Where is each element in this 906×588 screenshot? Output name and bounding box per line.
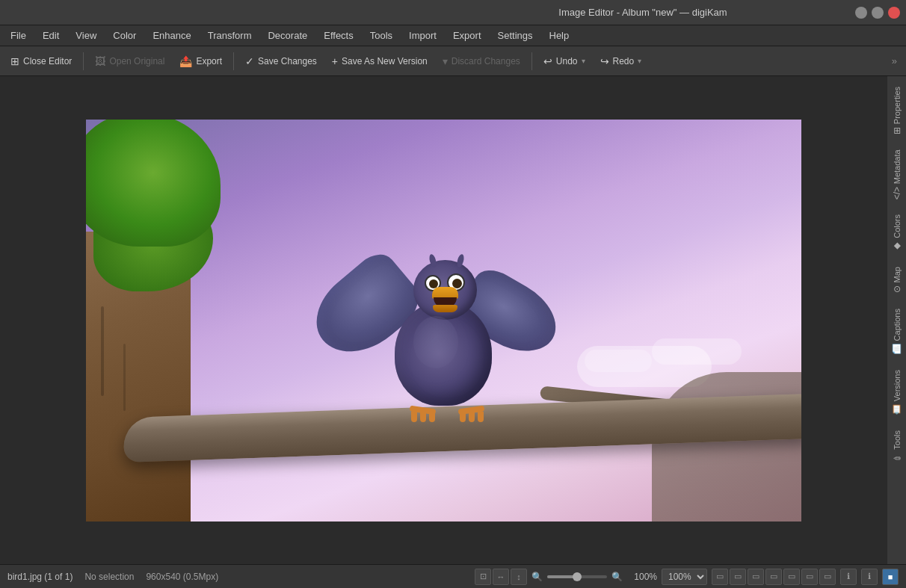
- panel-tab-colors[interactable]: ◆ Colors: [889, 207, 905, 259]
- menu-transform[interactable]: Transform: [200, 28, 259, 43]
- properties-icon: ⊞: [892, 127, 902, 134]
- panel-tab-versions-label: Versions: [893, 370, 902, 401]
- export-label: Export: [196, 56, 222, 66]
- save-new-version-icon: +: [332, 55, 338, 67]
- toe-right-2: [469, 412, 475, 422]
- panel-tab-tools-label: Tools: [893, 430, 902, 450]
- menu-settings[interactable]: Settings: [490, 28, 540, 43]
- redo-icon: ↪: [600, 55, 609, 67]
- toolbar-separator-1: [83, 52, 84, 70]
- crop-to-selection-button[interactable]: ⊡: [475, 569, 491, 585]
- bird-feet: [410, 407, 484, 428]
- image-container: [86, 120, 801, 522]
- close-editor-button[interactable]: ⊞ Close Editor: [4, 52, 78, 70]
- discard-changes-button[interactable]: ▾ Discard Changes: [437, 52, 526, 70]
- open-original-label: Open Original: [109, 56, 164, 66]
- ear-tuft-right: [456, 253, 465, 267]
- beak-bottom: [433, 305, 457, 312]
- trunk-texture-2: [123, 344, 126, 411]
- minimize-button[interactable]: [855, 7, 867, 19]
- open-original-icon: 🖼: [95, 55, 105, 67]
- save-changes-button[interactable]: ✓ Save Changes: [239, 52, 323, 70]
- crop-width-button[interactable]: ↔: [493, 569, 509, 585]
- menu-enhance[interactable]: Enhance: [145, 28, 198, 43]
- toe-left-2: [420, 412, 426, 422]
- title-bar: Image Editor - Album "new" — digiKam: [0, 0, 906, 25]
- undo-button[interactable]: ↩ Undo ▾: [537, 52, 591, 70]
- cloud-3: [585, 350, 652, 372]
- panel-tab-map[interactable]: ⊙ Map: [889, 259, 905, 300]
- panel-tab-metadata[interactable]: </> Metadata: [889, 142, 905, 207]
- redo-dropdown-arrow: ▾: [638, 57, 641, 65]
- info-button-1[interactable]: ℹ: [840, 569, 857, 585]
- toe-left-3: [429, 412, 435, 422]
- frame-view-5[interactable]: ▭: [783, 569, 800, 585]
- main-area: ⊞ Properties </> Metadata ◆ Colors ⊙ Map…: [0, 76, 906, 564]
- zoom-dropdown[interactable]: 100% 50% 200% Fit: [662, 569, 707, 585]
- panel-tab-tools[interactable]: ✏ Tools: [889, 423, 905, 471]
- tools-panel-icon: ✏: [892, 453, 902, 463]
- panel-tab-captions-label: Captions: [893, 309, 902, 341]
- map-icon: ⊙: [892, 286, 902, 294]
- close-button[interactable]: [888, 7, 900, 19]
- menu-edit[interactable]: Edit: [35, 28, 67, 43]
- frame-view-7[interactable]: ▭: [819, 569, 836, 585]
- color-swatch-button[interactable]: ■: [882, 569, 899, 585]
- redo-button[interactable]: ↪ Redo ▾: [594, 52, 648, 70]
- toolbar: ⊞ Close Editor 🖼 Open Original 📤 Export …: [0, 46, 906, 76]
- window-controls: [855, 7, 900, 19]
- menu-help[interactable]: Help: [542, 28, 577, 43]
- toolbar-separator-3: [531, 52, 532, 70]
- status-selection: No selection: [84, 572, 134, 582]
- frame-view-3[interactable]: ▭: [748, 569, 764, 585]
- panel-tab-captions[interactable]: 📄 Captions: [889, 301, 905, 362]
- menu-file[interactable]: File: [3, 28, 34, 43]
- zoom-out-icon[interactable]: 🔍: [531, 572, 543, 582]
- status-dimensions: 960x540 (0.5Mpx): [146, 572, 218, 582]
- discard-icon: ▾: [443, 55, 448, 67]
- export-button[interactable]: 📤 Export: [173, 52, 228, 70]
- metadata-icon: </>: [892, 187, 902, 199]
- menu-color[interactable]: Color: [105, 28, 144, 43]
- save-changes-label: Save Changes: [258, 56, 317, 66]
- panel-tab-properties[interactable]: ⊞ Properties: [889, 79, 905, 142]
- bird-scene: [86, 120, 801, 522]
- maximize-button[interactable]: [872, 7, 884, 19]
- frame-view-1[interactable]: ▭: [712, 569, 728, 585]
- frame-view-2[interactable]: ▭: [730, 569, 746, 585]
- crop-height-button[interactable]: ↕: [511, 569, 527, 585]
- undo-dropdown-arrow: ▾: [582, 57, 585, 65]
- menu-effects[interactable]: Effects: [316, 28, 361, 43]
- info-button-2[interactable]: ℹ: [861, 569, 878, 585]
- close-editor-label: Close Editor: [23, 56, 72, 66]
- status-bar: bird1.jpg (1 of 1) No selection 960x540 …: [0, 564, 906, 588]
- panel-tab-versions[interactable]: 📋 Versions: [889, 362, 905, 423]
- undo-icon: ↩: [543, 55, 552, 67]
- frame-view-6[interactable]: ▭: [801, 569, 818, 585]
- menu-export[interactable]: Export: [446, 28, 489, 43]
- toolbar-separator-2: [233, 52, 234, 70]
- save-as-new-version-label: Save As New Version: [342, 56, 428, 66]
- frame-view-4[interactable]: ▭: [765, 569, 782, 585]
- zoom-slider-thumb[interactable]: [573, 572, 582, 581]
- window-title: Image Editor - Album "new" — digiKam: [431, 7, 855, 18]
- discard-changes-dropdown[interactable]: ▾ Discard Changes: [437, 52, 526, 70]
- captions-icon: 📄: [892, 344, 902, 355]
- menu-view[interactable]: View: [68, 28, 104, 43]
- open-original-button[interactable]: 🖼 Open Original: [89, 52, 170, 70]
- redo-label: Redo: [613, 56, 635, 66]
- export-icon: 📤: [179, 55, 192, 67]
- toolbar-overflow[interactable]: »: [887, 52, 902, 69]
- menu-tools[interactable]: Tools: [363, 28, 400, 43]
- save-as-new-version-button[interactable]: + Save As New Version: [326, 52, 434, 70]
- discard-changes-label: Discard Changes: [452, 56, 520, 66]
- menu-import[interactable]: Import: [401, 28, 444, 43]
- foot-left-container: [410, 407, 436, 428]
- zoom-in-icon[interactable]: 🔍: [611, 572, 623, 582]
- belly-highlight: [413, 316, 458, 368]
- menu-decorate[interactable]: Decorate: [260, 28, 315, 43]
- foliage: [86, 120, 221, 247]
- zoom-slider-track[interactable]: [547, 575, 607, 578]
- bird-body: [395, 301, 492, 406]
- menu-bar: File Edit View Color Enhance Transform D…: [0, 25, 906, 46]
